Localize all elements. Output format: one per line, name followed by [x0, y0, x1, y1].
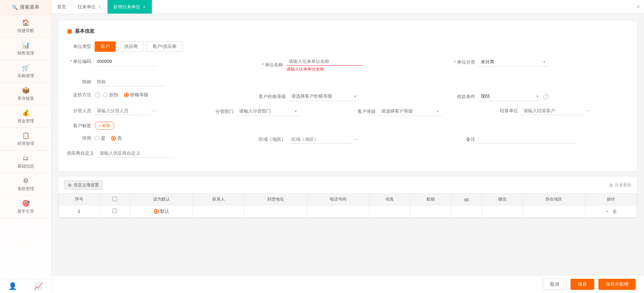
region-input[interactable] [289, 135, 352, 144]
th-phone: 电话号码 [307, 194, 369, 205]
code-name-category-row: 单位编码 单位名称 请输入往来单位名称 单位分类 未分类 ▼ [67, 57, 629, 72]
search-icon: 🔍 [12, 5, 18, 10]
row-address [244, 205, 307, 218]
tab-bar: 首页 往来单位 × 新增往来单位 × × [52, 0, 644, 14]
unit-code-input[interactable] [95, 57, 157, 66]
tab-home[interactable]: 首页 [52, 0, 72, 14]
remark-label: 备注 [451, 136, 479, 143]
supplier-custom-row: 供应商自定义 [67, 149, 629, 157]
unit-btn-customer[interactable]: 客户 [95, 41, 116, 52]
radio-discount[interactable]: 折扣 [103, 92, 118, 98]
sidebar-item-quick-nav[interactable]: 🏠 快捷导航 [0, 15, 51, 38]
short-name-label: 简称 [67, 79, 95, 85]
payment-terms-help[interactable]: ? [543, 94, 549, 99]
unit-name-input[interactable] [286, 57, 363, 66]
batch-delete-icon: 🗑 [609, 183, 613, 188]
basic-icon: 🗂 [22, 154, 30, 162]
th-region: 所在地区 [523, 194, 586, 205]
disable-group: 停用 是 否 [67, 135, 245, 141]
user-icon[interactable]: 👤 [8, 282, 17, 290]
unit-btn-supplier[interactable]: 供应商 [118, 41, 144, 52]
unit-category-select[interactable]: 未分类 ▼ [479, 57, 548, 67]
sidebar-item-system[interactable]: ⚙ 系统管理 [0, 173, 51, 196]
sidebar-search-label: 搜索菜单 [20, 4, 39, 10]
row-add-icon[interactable]: ＋ [605, 208, 610, 214]
custom-settings-button[interactable]: ⚙ 自定义项设置 [64, 180, 103, 190]
tab-new[interactable]: 新增往来单位 × [108, 0, 152, 14]
sidebar-item-purchase[interactable]: 🛒 采购管理 [0, 60, 51, 83]
tab-bar-close-all[interactable]: × [633, 0, 644, 14]
radio-price-level[interactable]: 价格等级 [124, 92, 148, 98]
customer-level-select[interactable]: 请选择客户等级 ▼ [379, 107, 442, 116]
batch-delete-label: 批量删除 [615, 182, 631, 188]
sidebar-item-basic[interactable]: 🗂 基础信息 [0, 150, 51, 173]
radio-price-level-label: 价格等级 [130, 92, 148, 98]
short-name-input[interactable] [95, 78, 164, 86]
settlement-ellipsis[interactable]: ··· [584, 108, 591, 114]
disable-label: 停用 [67, 135, 95, 141]
batch-delete-button[interactable]: 🗑 批量删除 [609, 182, 631, 188]
region-ellipsis[interactable]: ··· [352, 136, 359, 143]
row-delete-icon[interactable]: 🗑 [612, 209, 617, 214]
sidebar-item-sales[interactable]: 📊 销售管理 [0, 38, 51, 60]
tab-home-label: 首页 [57, 4, 66, 10]
sidebar-label-system: 系统管理 [17, 186, 34, 192]
payment-terms-value: 现结 [481, 93, 534, 99]
unit-category-label: 单位分类 [451, 59, 479, 65]
sidebar-item-guide[interactable]: 🎯 新手引导 [0, 196, 51, 218]
customer-price-level-placeholder: 请选择客户价格等级 [291, 93, 352, 99]
sidebar-item-inventory[interactable]: 📦 库存核算 [0, 83, 51, 105]
sidebar-search[interactable]: 🔍 搜索菜单 [0, 0, 51, 15]
region-group: 区域（地区） ··· [259, 135, 437, 144]
th-email: 邮箱 [410, 194, 451, 205]
payment-terms-select[interactable]: 现结 ▼ [479, 92, 541, 101]
tag-label: 客户标签 [67, 123, 95, 129]
row-email [410, 205, 451, 218]
manager-row: 分管人员 ··· 分管部门 请输入分管部门 ▼ 客户等级 请选择客户等级 [67, 107, 629, 116]
contact-table-section: ⚙ 自定义项设置 🗑 批量删除 序号 设为默认 联系人 到货地址 电话 [58, 177, 637, 218]
short-name-row: 简称 [67, 78, 629, 86]
row-region [523, 205, 586, 218]
radio-disable-yes[interactable]: 是 [95, 135, 105, 141]
row-wechat [482, 205, 523, 218]
sidebar-label-basic: 基础信息 [17, 163, 34, 169]
unit-category-arrow: ▼ [543, 60, 546, 64]
manager-input[interactable] [95, 107, 150, 115]
settlement-input[interactable] [521, 107, 584, 115]
customer-price-level-arrow: ▼ [353, 95, 357, 98]
supplier-custom-input[interactable] [97, 149, 174, 157]
sidebar-item-operation[interactable]: 📋 经营管理 [0, 128, 51, 150]
tag-add-button[interactable]: + 标签 [95, 122, 114, 130]
tab-trading-close[interactable]: × [98, 4, 102, 10]
cancel-button[interactable]: 取消 [543, 279, 566, 290]
select-all-checkbox[interactable] [112, 197, 117, 201]
chart-icon[interactable]: 📈 [34, 282, 43, 290]
unit-name-label: 单位名称 [259, 62, 286, 68]
section-title-text: 基本信息 [75, 28, 94, 34]
pricing-help-icon[interactable]: ? [95, 92, 100, 98]
manager-ellipsis[interactable]: ··· [150, 108, 158, 114]
sidebar-item-finance[interactable]: 💰 资金管理 [0, 105, 51, 128]
save-new-button[interactable]: 保存并新增 [598, 279, 636, 290]
tab-new-close[interactable]: × [142, 4, 146, 10]
region-label: 区域（地区） [259, 136, 289, 143]
pricing-row: 定价方法 ? 折扣 价格等级 客户价格等级 [67, 92, 629, 101]
sidebar-label-finance: 资金管理 [17, 118, 34, 124]
row-default-radio[interactable]: 默认 [134, 208, 189, 214]
radio-disable-yes-circle [95, 136, 100, 141]
remark-input[interactable] [479, 135, 576, 144]
save-button[interactable]: 保存 [571, 279, 594, 290]
radio-disable-no[interactable]: 否 [111, 135, 122, 141]
sidebar: 🔍 搜索菜单 🏠 快捷导航 📊 销售管理 🛒 采购管理 📦 库存核算 💰 资金管… [0, 0, 52, 293]
tab-trading[interactable]: 往来单位 × [72, 0, 108, 14]
unit-btn-both[interactable]: 客户/供应商 [147, 41, 182, 52]
main-content: 首页 往来单位 × 新增往来单位 × × ▣ 基本信息 单位类型 客户 [52, 0, 644, 293]
customer-price-level-select[interactable]: 请选择客户价格等级 ▼ [289, 92, 359, 101]
dept-select[interactable]: 请输入分管部门 ▼ [237, 107, 300, 116]
row-select-checkbox[interactable] [112, 209, 117, 213]
radio-discount-circle [103, 92, 108, 97]
unit-name-error: 请输入往来单位名称 [286, 66, 363, 72]
customer-level-group: 客户等级 请选择客户等级 ▼ [351, 107, 487, 116]
table-header: 序号 设为默认 联系人 到货地址 电话号码 传真 邮箱 qq 微信 所在地区 操… [59, 194, 637, 205]
supplier-custom-group: 供应商自定义 [67, 149, 629, 157]
